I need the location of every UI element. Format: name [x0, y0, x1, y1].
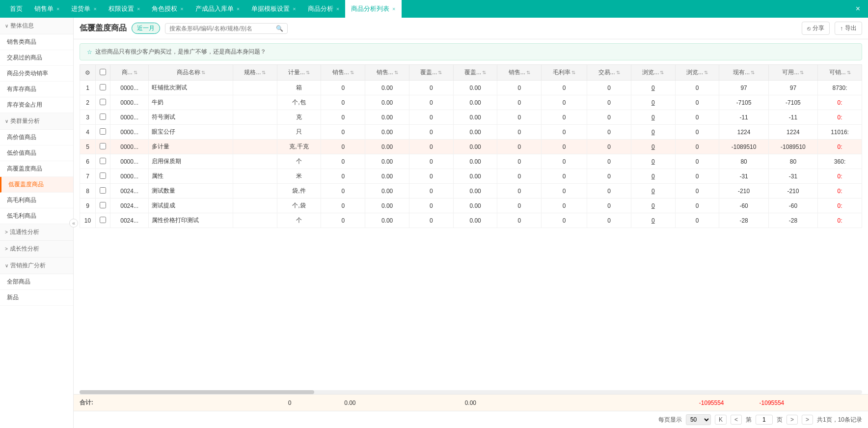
close-icon[interactable]: ×	[56, 6, 59, 12]
col-browse2[interactable]: 浏览...⇅	[675, 65, 719, 81]
row-checkbox-cell[interactable]	[96, 154, 110, 169]
row-checkbox-cell[interactable]	[96, 140, 110, 154]
col-sellable[interactable]: 可销...⇅	[818, 65, 862, 81]
col-name[interactable]: 商品名称⇅	[149, 65, 233, 81]
row-browse1[interactable]: 0	[631, 140, 675, 154]
page-number-input[interactable]	[756, 415, 773, 425]
sidebar-section-overall[interactable]: ∨ 整体信息	[0, 18, 73, 34]
sidebar-item-low-profit[interactable]: 低毛利商品	[0, 208, 73, 224]
sidebar-section-marketing[interactable]: ∨ 营销推广分析	[0, 257, 73, 274]
row-checkbox-cell[interactable]	[96, 125, 110, 140]
export-button[interactable]: ↑ 导出	[835, 22, 862, 35]
row-browse1[interactable]: 0	[631, 184, 675, 199]
col-code[interactable]: 商...⇅	[110, 65, 149, 81]
nav-item-template[interactable]: 单据模板设置 ×	[245, 0, 301, 18]
per-page-select[interactable]: 50 100 200	[686, 414, 711, 425]
close-icon[interactable]: ×	[137, 6, 140, 12]
nav-item-stock[interactable]: 产成品入库单 ×	[190, 0, 245, 18]
row-checkbox[interactable]	[100, 114, 106, 120]
sidebar-item-stock-capital[interactable]: 库存资金占用	[0, 97, 73, 113]
row-checkbox[interactable]	[100, 202, 106, 208]
row-sales3: 0	[497, 81, 542, 95]
col-cover2[interactable]: 覆盖...⇅	[453, 65, 497, 81]
filter-recent-month-button[interactable]: 近一月	[132, 23, 160, 34]
sidebar-item-traded-goods[interactable]: 交易过的商品	[0, 50, 73, 66]
next-page-button[interactable]: >	[787, 415, 798, 425]
share-button[interactable]: ⎋ 分享	[802, 22, 830, 35]
col-cover1[interactable]: 覆盖...⇅	[409, 65, 453, 81]
row-checkbox[interactable]	[100, 158, 106, 164]
col-stock2[interactable]: 可用...⇅	[768, 65, 817, 81]
col-spec[interactable]: 规格...⇅	[233, 65, 277, 81]
select-all-checkbox[interactable]	[100, 69, 106, 75]
row-checkbox[interactable]	[100, 217, 106, 223]
row-browse1[interactable]: 0	[631, 213, 675, 228]
last-page-button[interactable]: >	[802, 415, 813, 425]
scrollbar-thumb[interactable]	[80, 390, 314, 394]
col-unit[interactable]: 计量...⇅	[277, 65, 321, 81]
row-browse1[interactable]: 0	[631, 199, 675, 213]
search-input[interactable]	[169, 25, 276, 32]
row-checkbox-cell[interactable]	[96, 213, 110, 228]
nav-item-analysis[interactable]: 商品分析 ×	[302, 0, 345, 18]
nav-item-permissions[interactable]: 权限设置 ×	[103, 0, 146, 18]
sidebar-section-growth[interactable]: > 成长性分析	[0, 241, 73, 257]
col-sales2[interactable]: 销售...⇅	[365, 65, 409, 81]
sidebar-item-high-profit[interactable]: 高毛利商品	[0, 193, 73, 208]
sidebar-item-low-value[interactable]: 低价值商品	[0, 145, 73, 161]
first-page-button[interactable]: K	[715, 415, 727, 425]
row-checkbox-cell[interactable]	[96, 81, 110, 95]
nav-item-sales[interactable]: 销售单 ×	[28, 0, 65, 18]
row-checkbox[interactable]	[100, 99, 106, 105]
search-icon[interactable]: 🔍	[276, 25, 283, 32]
sidebar-item-all-goods[interactable]: 全部商品	[0, 274, 73, 290]
col-trade[interactable]: 交易...⇅	[587, 65, 631, 81]
close-icon[interactable]: ×	[336, 6, 339, 12]
sidebar-item-sales-goods[interactable]: 销售类商品	[0, 34, 73, 50]
nav-item-roles[interactable]: 角色授权 ×	[146, 0, 189, 18]
sidebar-section-category-analysis[interactable]: ∨ 类群量分析	[0, 113, 73, 130]
close-icon[interactable]: ×	[93, 6, 96, 12]
col-checkbox[interactable]	[96, 65, 110, 81]
row-checkbox-cell[interactable]	[96, 169, 110, 184]
row-checkbox[interactable]	[100, 187, 106, 194]
row-checkbox[interactable]	[100, 172, 106, 179]
row-browse1[interactable]: 0	[631, 154, 675, 169]
row-checkbox-cell[interactable]	[96, 95, 110, 110]
sidebar-section-circulation[interactable]: > 流通性分析	[0, 224, 73, 241]
nav-item-purchase[interactable]: 进货单 ×	[65, 0, 102, 18]
col-sales1[interactable]: 销售...⇅	[321, 65, 365, 81]
sidebar-item-low-coverage[interactable]: 低覆盖度商品	[0, 177, 73, 193]
row-browse1[interactable]: 0	[631, 110, 675, 125]
window-close-button[interactable]: ×	[852, 4, 864, 13]
nav-item-home[interactable]: 首页	[4, 0, 28, 18]
sidebar-item-stocked-goods[interactable]: 有库存商品	[0, 82, 73, 97]
row-checkbox[interactable]	[100, 128, 106, 135]
col-profit[interactable]: 毛利率⇅	[542, 65, 587, 81]
row-checkbox[interactable]	[100, 84, 106, 90]
sidebar-item-new-goods[interactable]: 新品	[0, 290, 73, 306]
row-browse1[interactable]: 0	[631, 81, 675, 95]
close-icon[interactable]: ×	[180, 6, 183, 12]
row-checkbox-cell[interactable]	[96, 184, 110, 199]
nav-item-analysis-list[interactable]: 商品分析列表 ×	[345, 0, 401, 18]
col-settings[interactable]: ⚙	[80, 65, 96, 81]
sidebar-collapse-button[interactable]: «	[69, 219, 78, 228]
prev-page-button[interactable]: <	[731, 415, 742, 425]
row-checkbox-cell[interactable]	[96, 199, 110, 213]
close-icon[interactable]: ×	[293, 6, 296, 12]
sidebar-item-high-value[interactable]: 高价值商品	[0, 130, 73, 145]
horizontal-scrollbar[interactable]	[80, 390, 862, 394]
sidebar-item-high-coverage[interactable]: 高覆盖度商品	[0, 161, 73, 177]
close-icon[interactable]: ×	[237, 6, 240, 12]
col-sales3[interactable]: 销售...⇅	[497, 65, 542, 81]
col-browse1[interactable]: 浏览...⇅	[631, 65, 675, 81]
row-browse1[interactable]: 0	[631, 95, 675, 110]
row-checkbox-cell[interactable]	[96, 110, 110, 125]
col-stock1[interactable]: 现有...⇅	[719, 65, 768, 81]
sidebar-item-category-rate[interactable]: 商品分类动销率	[0, 66, 73, 82]
row-checkbox[interactable]	[100, 143, 106, 149]
row-browse1[interactable]: 0	[631, 169, 675, 184]
row-browse1[interactable]: 0	[631, 125, 675, 140]
close-icon[interactable]: ×	[392, 6, 395, 12]
